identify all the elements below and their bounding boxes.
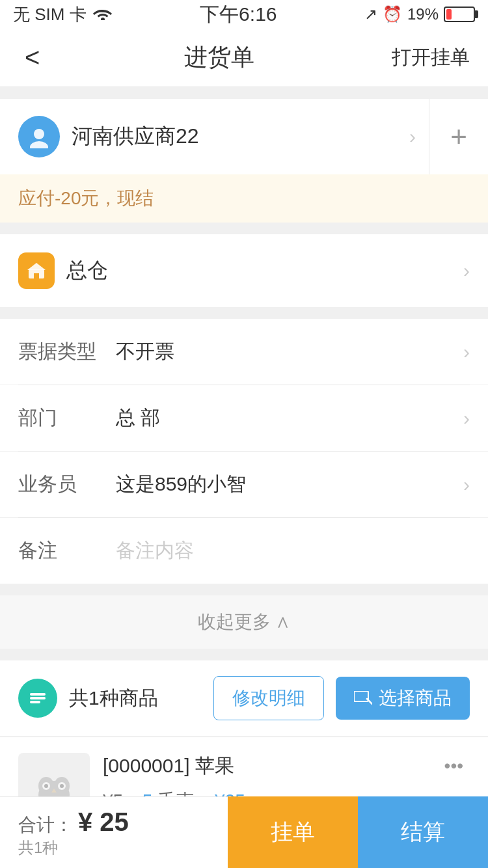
back-button[interactable]: <: [18, 36, 46, 79]
gap-4: [0, 584, 488, 595]
supplier-name: 河南供应商22: [72, 122, 391, 151]
carrier-label: 无 SIM 卡: [13, 3, 87, 26]
hold-order-button[interactable]: 挂单: [228, 796, 358, 868]
sales-label: 业务员: [18, 471, 103, 498]
status-time: 下午6:16: [200, 1, 277, 28]
status-bar: 无 SIM 卡 下午6:16 ↗ ⏰ 19%: [0, 0, 488, 29]
svg-point-15: [44, 784, 48, 788]
chevron-right-icon: ›: [409, 126, 416, 148]
order-summary: 合计： ¥ 25 共1种: [0, 796, 228, 868]
location-icon: ↗: [364, 5, 377, 23]
add-supplier-button[interactable]: +: [429, 99, 488, 174]
gap-2: [0, 223, 488, 234]
remark-row[interactable]: 备注 备注内容: [0, 518, 488, 584]
dept-value: 总 部: [103, 405, 457, 431]
warehouse-chevron-icon: ›: [463, 260, 470, 282]
svg-rect-5: [30, 693, 46, 696]
select-product-button[interactable]: 选择商品: [336, 677, 470, 720]
svg-rect-8: [354, 691, 368, 701]
product-list-icon: [18, 679, 57, 718]
dept-label: 部门: [18, 405, 103, 431]
dept-row[interactable]: 部门 总 部 ›: [0, 385, 488, 451]
svg-rect-6: [30, 697, 46, 699]
invoice-label: 票据类型: [18, 338, 103, 365]
svg-rect-7: [30, 701, 40, 703]
bottom-bar: 合计： ¥ 25 共1种 挂单 结算: [0, 796, 488, 868]
invoice-value: 不开票: [103, 338, 457, 365]
product-name: [0000001] 苹果: [103, 753, 425, 780]
collapse-button[interactable]: 收起更多 ∧: [0, 595, 488, 649]
invoice-row[interactable]: 票据类型 不开票 ›: [0, 319, 488, 385]
edit-detail-button[interactable]: 修改明细: [213, 676, 324, 720]
status-right: ↗ ⏰ 19%: [364, 5, 475, 23]
supplier-select[interactable]: 河南供应商22 ›: [0, 99, 429, 174]
total-label: 合计：: [18, 813, 73, 837]
gap-3: [0, 307, 488, 319]
product-count-label: 共1种商品: [69, 685, 202, 712]
battery-label: 19%: [407, 5, 439, 23]
svg-marker-3: [27, 263, 46, 270]
collapse-label: 收起更多 ∧: [198, 610, 291, 634]
warehouse-icon: [18, 252, 55, 289]
status-left: 无 SIM 卡: [13, 3, 113, 26]
open-hold-button[interactable]: 打开挂单: [392, 44, 470, 71]
supplier-avatar: [18, 116, 60, 157]
supplier-section: 河南供应商22 › +: [0, 99, 488, 174]
svg-point-1: [30, 141, 48, 148]
wifi-icon: [93, 5, 113, 25]
remark-placeholder[interactable]: 备注内容: [103, 537, 470, 564]
product-more-button[interactable]: •••: [438, 753, 470, 779]
gap-5: [0, 649, 488, 660]
gap-1: [0, 87, 488, 99]
sales-value: 这是859的小智: [103, 471, 457, 498]
warehouse-row[interactable]: 总仓 ›: [0, 234, 488, 307]
checkout-button[interactable]: 结算: [358, 796, 488, 868]
sales-chevron-icon: ›: [463, 474, 470, 496]
total-row: 合计： ¥ 25: [18, 807, 210, 837]
sales-row[interactable]: 业务员 这是859的小智 ›: [0, 452, 488, 517]
supplier-notice: 应付-20元，现结: [0, 174, 488, 223]
product-header: 共1种商品 修改明细 选择商品: [0, 660, 488, 736]
alarm-icon: ⏰: [383, 5, 402, 23]
warehouse-name: 总仓: [66, 256, 445, 285]
dept-chevron-icon: ›: [463, 407, 470, 429]
total-sub: 共1种: [18, 837, 210, 858]
nav-bar: < 进货单 打开挂单: [0, 29, 488, 87]
total-amount: ¥ 25: [78, 807, 129, 837]
remark-label: 备注: [18, 537, 103, 564]
page-title: 进货单: [184, 42, 254, 74]
invoice-chevron-icon: ›: [463, 341, 470, 363]
select-product-label: 选择商品: [379, 686, 452, 711]
svg-point-0: [34, 129, 44, 139]
svg-rect-4: [34, 273, 39, 278]
svg-point-16: [60, 784, 64, 788]
battery-icon: [444, 7, 475, 22]
